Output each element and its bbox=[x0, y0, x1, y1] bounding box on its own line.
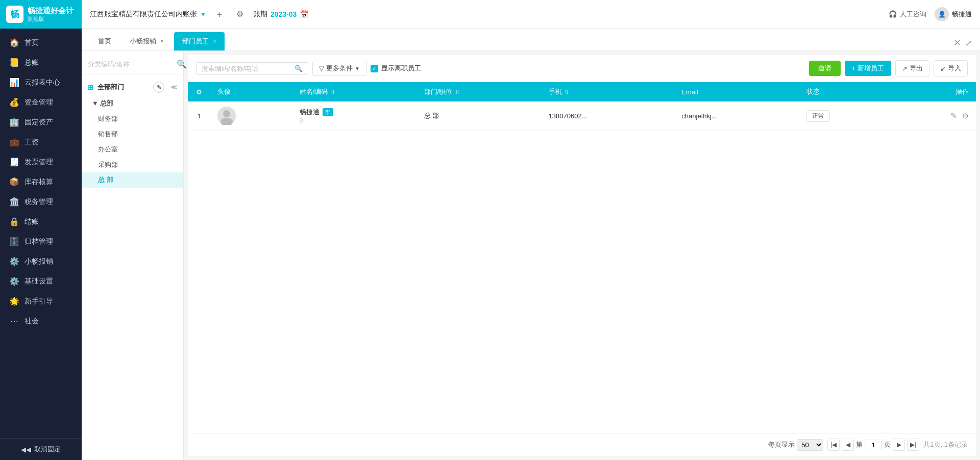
dept-search: 🔍 bbox=[82, 56, 183, 74]
add-employee-button[interactable]: + 新增员工 bbox=[845, 61, 891, 76]
invite-button[interactable]: 邀请 bbox=[809, 61, 841, 76]
table-header-phone[interactable]: 手机 ⇅ bbox=[542, 82, 675, 101]
sidebar-item-label: 基础设置 bbox=[24, 277, 53, 286]
sort-dept-icon[interactable]: ⇅ bbox=[455, 89, 459, 95]
dept-panel: 🔍 ⊞ 全部部门 ✎ ≪ ▼ 总部 财务部 销售部 办公室 采购部 总 部 bbox=[82, 51, 184, 460]
import-button[interactable]: ↙ 导入 bbox=[934, 60, 968, 76]
calendar-icon: 📅 bbox=[300, 10, 308, 18]
sidebar-item-guide[interactable]: 🌟 新手引导 bbox=[0, 291, 82, 311]
employee-dept-badge: 部 bbox=[323, 108, 333, 116]
dept-node-zongbu-parent[interactable]: ▼ 总部 bbox=[82, 96, 183, 111]
more-icon: ⋯ bbox=[9, 316, 19, 326]
dept-edit-button[interactable]: ✎ bbox=[153, 82, 164, 93]
tab-department-close[interactable]: × bbox=[213, 38, 216, 45]
table-header: ⚙ 头像 姓名/编码 ⇅ 部门/职位 ⇅ 手机 ⇅ Email 状态 操作 bbox=[188, 82, 976, 101]
sidebar: 畅 畅捷通好会计 旗舰版 🏠 首页 📒 总账 📊 云报表中心 💰 资金管理 🏢 … bbox=[0, 0, 82, 460]
table-header-email: Email bbox=[674, 82, 799, 101]
sidebar-item-home[interactable]: 🏠 首页 bbox=[0, 33, 82, 53]
all-dept-label: 全部部门 bbox=[97, 83, 124, 92]
sidebar-item-more[interactable]: ⋯ 社会 bbox=[0, 311, 82, 331]
page-label: 页 bbox=[884, 440, 891, 449]
content-area: 🔍 ⊞ 全部部门 ✎ ≪ ▼ 总部 财务部 销售部 办公室 采购部 总 部 bbox=[82, 51, 980, 460]
ledger-icon: 📒 bbox=[9, 58, 19, 67]
employee-search-input[interactable] bbox=[202, 65, 291, 72]
guide-icon: 🌟 bbox=[9, 296, 19, 306]
sidebar-item-assets[interactable]: 🏢 固定资产 bbox=[0, 112, 82, 132]
employees-table-element: ⚙ 头像 姓名/编码 ⇅ 部门/职位 ⇅ 手机 ⇅ Email 状态 操作 1 bbox=[188, 82, 976, 131]
table-header-name[interactable]: 姓名/编码 ⇅ bbox=[292, 82, 417, 101]
sidebar-item-salary[interactable]: 💼 工资 bbox=[0, 132, 82, 152]
search-icon[interactable]: 🔍 bbox=[177, 59, 187, 69]
page-size-select-input[interactable]: 50 100 200 bbox=[797, 439, 823, 451]
service-button[interactable]: 🎧 人工咨询 bbox=[889, 10, 926, 19]
table-header-settings[interactable]: ⚙ bbox=[188, 82, 210, 101]
sidebar-item-reports[interactable]: 📊 云报表中心 bbox=[0, 72, 82, 92]
dept-all-header[interactable]: ⊞ 全部部门 ✎ ≪ bbox=[82, 79, 183, 96]
sidebar-item-label: 工资 bbox=[24, 138, 39, 147]
dept-collapse-icon[interactable]: ≪ bbox=[170, 84, 177, 91]
sidebar-item-label: 结账 bbox=[24, 217, 39, 226]
page-number-input[interactable] bbox=[865, 440, 882, 450]
dept-node-bangongshi[interactable]: 办公室 bbox=[82, 142, 183, 157]
page-prev-button[interactable]: ◀ bbox=[842, 439, 854, 451]
period-label: 账期 bbox=[253, 10, 267, 19]
export-icon: ↗ bbox=[902, 65, 908, 72]
sidebar-item-ledger[interactable]: 📒 总账 bbox=[0, 53, 82, 72]
invoice-icon: 🧾 bbox=[9, 157, 19, 167]
tab-home[interactable]: 首页 bbox=[90, 32, 119, 50]
sidebar-item-label: 云报表中心 bbox=[24, 78, 60, 87]
tab-department-label: 部门员工 bbox=[182, 37, 209, 46]
sidebar-item-invoice[interactable]: 🧾 发票管理 bbox=[0, 152, 82, 172]
employee-toolbar: 🔍 ▽ 更多条件 ▼ ✓ 显示离职员工 邀请 + 新增员工 ↗ 导出 bbox=[188, 55, 976, 82]
tab-expense-label: 小畅报销 bbox=[130, 37, 156, 46]
filter-button[interactable]: ▽ 更多条件 ▼ bbox=[312, 61, 366, 76]
dept-node-zongbu-selected[interactable]: 总 部 bbox=[82, 172, 183, 188]
sidebar-item-label: 归档管理 bbox=[24, 237, 53, 246]
export-button[interactable]: ↗ 导出 bbox=[895, 60, 929, 76]
tab-close-all-icon[interactable]: ✕ bbox=[953, 37, 961, 48]
company-selector[interactable]: 江西服宝精品有限责任公司内账张 ▼ bbox=[90, 10, 206, 19]
page-last-button[interactable]: ▶| bbox=[907, 439, 919, 451]
status-badge: 正常 bbox=[806, 110, 830, 122]
filter-icon: ▽ bbox=[319, 65, 324, 72]
dept-node-caiwu[interactable]: 财务部 bbox=[82, 111, 183, 126]
row-avatar bbox=[210, 101, 292, 131]
tab-expense[interactable]: 小畅报销 × bbox=[121, 32, 172, 50]
user-menu[interactable]: 👤 畅捷通 bbox=[935, 7, 972, 21]
page-next-button[interactable]: ▶ bbox=[893, 439, 905, 451]
avatar: 👤 bbox=[935, 7, 949, 21]
page-nth-label: 第 bbox=[856, 440, 863, 449]
add-company-button[interactable]: ＋ bbox=[212, 7, 227, 21]
sidebar-item-funds[interactable]: 💰 资金管理 bbox=[0, 92, 82, 112]
sort-phone-icon[interactable]: ⇅ bbox=[565, 89, 569, 95]
show-resigned-toggle[interactable]: ✓ 显示离职员工 bbox=[371, 64, 421, 73]
sort-name-icon[interactable]: ⇅ bbox=[331, 89, 335, 95]
edit-button[interactable]: ✎ bbox=[950, 111, 957, 120]
sidebar-item-label: 税务管理 bbox=[24, 197, 53, 207]
table-body: 1 bbox=[188, 101, 976, 131]
table-header-dept[interactable]: 部门/职位 ⇅ bbox=[417, 82, 542, 101]
table-header-status: 状态 bbox=[799, 82, 894, 101]
resigned-checkbox[interactable]: ✓ bbox=[371, 65, 378, 72]
sidebar-item-archive[interactable]: 🗄️ 归档管理 bbox=[0, 232, 82, 251]
sidebar-item-settings[interactable]: ⚙️ 基础设置 bbox=[0, 271, 82, 291]
sidebar-unpin-button[interactable]: ◀◀ 取消固定 bbox=[0, 438, 82, 460]
dept-node-caigou[interactable]: 采购部 bbox=[82, 157, 183, 172]
tab-expand-icon[interactable]: ⤢ bbox=[965, 38, 972, 48]
search-icon[interactable]: 🔍 bbox=[295, 65, 303, 72]
sidebar-item-tax[interactable]: 🏛️ 税务管理 bbox=[0, 192, 82, 212]
sidebar-item-expense[interactable]: ⚙️ 小畅报销 bbox=[0, 251, 82, 271]
period-selector[interactable]: 账期 2023-03 📅 bbox=[253, 10, 308, 19]
page-size-label: 每页显示 bbox=[768, 440, 795, 449]
logout-button[interactable]: ⊖ bbox=[962, 111, 969, 120]
import-label: 导入 bbox=[948, 64, 961, 73]
tab-department[interactable]: 部门员工 × bbox=[174, 32, 225, 50]
tab-expense-close[interactable]: × bbox=[160, 38, 164, 45]
dept-node-xiaoshou[interactable]: 销售部 bbox=[82, 126, 183, 142]
dept-search-input[interactable] bbox=[88, 60, 174, 68]
sidebar-item-inventory[interactable]: 📦 库存核算 bbox=[0, 172, 82, 192]
settings-button[interactable]: ⚙ bbox=[233, 7, 247, 21]
sidebar-item-close[interactable]: 🔒 结账 bbox=[0, 212, 82, 232]
employee-code: 0 bbox=[300, 117, 410, 124]
page-first-button[interactable]: |◀ bbox=[827, 439, 840, 451]
